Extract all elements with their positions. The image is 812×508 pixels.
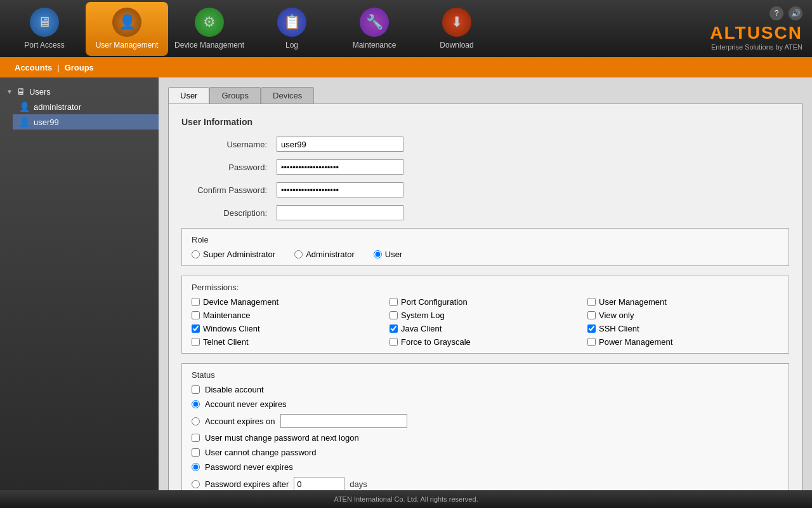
nav-download-label: Download (440, 41, 473, 50)
perm-java-client-label: Java Client (401, 324, 442, 333)
tab-devices[interactable]: Devices (261, 87, 314, 104)
port-access-icon: 🖥 (30, 8, 59, 37)
disable-account-checkbox[interactable] (192, 385, 200, 394)
tree-children: 👤 administrator 👤 user99 (0, 99, 159, 130)
perm-maintenance[interactable]: Maintenance (192, 311, 383, 320)
perm-telnet-client[interactable]: Telnet Client (192, 337, 383, 347)
disable-account-label: Disable account (205, 385, 264, 394)
perm-system-log[interactable]: System Log (390, 311, 581, 320)
permissions-section: Permissions: Device Management Port Conf… (181, 276, 789, 354)
tree-root-users[interactable]: ▼ 🖥 Users (0, 84, 159, 99)
help-icon[interactable]: ? (769, 6, 783, 20)
username-input[interactable] (277, 137, 403, 152)
pwd-expires-days-input[interactable] (294, 477, 344, 490)
description-label: Description: (181, 208, 277, 218)
sub-nav-accounts[interactable]: Accounts (10, 60, 57, 75)
nav-port-access[interactable]: 🖥 Port Access (3, 2, 86, 56)
role-user[interactable]: User (374, 250, 402, 259)
perm-java-client[interactable]: Java Client (390, 324, 581, 333)
perm-device-mgmt-label: Device Management (203, 297, 278, 307)
username-row: Username: (181, 137, 789, 152)
admin-user-icon: 👤 (19, 102, 30, 112)
perm-windows-client[interactable]: Windows Client (192, 324, 383, 333)
pwd-expires-after-radio[interactable] (192, 480, 200, 488)
maintenance-icon: 🔧 (360, 8, 389, 37)
cannot-change-pwd-checkbox[interactable] (192, 448, 200, 457)
status-options: Disable account Account never expires Ac… (192, 385, 779, 490)
perm-user-mgmt-label: User Management (599, 297, 667, 307)
description-row: Description: (181, 205, 789, 220)
perm-system-log-checkbox[interactable] (390, 311, 398, 319)
brand-sub: Enterprise Solutions by ATEN (711, 43, 802, 51)
nav-maintenance-label: Maintenance (353, 41, 396, 50)
perm-power-mgmt[interactable]: Power Management (587, 337, 779, 347)
audio-icon[interactable]: 🔊 (789, 6, 802, 20)
nav-port-access-label: Port Access (24, 41, 64, 50)
status-must-change-pwd-row: User must change password at next logon (192, 433, 779, 443)
role-admin-radio[interactable] (294, 250, 303, 258)
sub-nav-groups[interactable]: Groups (60, 60, 99, 75)
role-section: Role Super Administrator Administrator U… (181, 228, 789, 266)
log-icon: 📋 (277, 8, 306, 37)
username-label: Username: (181, 140, 277, 149)
perm-user-mgmt-checkbox[interactable] (587, 298, 596, 306)
tree-user99-label: user99 (34, 117, 59, 127)
tab-bar: User Groups Devices (168, 87, 802, 104)
perm-user-mgmt[interactable]: User Management (587, 297, 779, 307)
nav-download[interactable]: ⬇ Download (416, 2, 498, 56)
never-expires-radio[interactable] (192, 400, 200, 408)
tab-groups[interactable]: Groups (209, 87, 261, 104)
role-super-admin[interactable]: Super Administrator (192, 250, 275, 259)
role-user-label: User (385, 250, 402, 259)
perm-view-only-checkbox[interactable] (587, 311, 596, 319)
logo-area: ? 🔊 ALTUSCN Enterprise Solutions by ATEN (710, 6, 809, 51)
description-input[interactable] (277, 205, 403, 220)
perm-device-mgmt-checkbox[interactable] (192, 298, 200, 306)
expires-on-input[interactable] (280, 414, 407, 428)
user99-icon: 👤 (19, 117, 30, 127)
perm-maintenance-label: Maintenance (203, 311, 250, 320)
perm-port-config-label: Port Configuration (401, 297, 468, 307)
perm-power-mgmt-checkbox[interactable] (587, 338, 596, 346)
tree-item-user99[interactable]: 👤 user99 (13, 114, 159, 130)
pwd-expires-after-label: Password expires after (205, 479, 289, 489)
confirm-password-row: Confirm Password: (181, 182, 789, 197)
perm-telnet-client-checkbox[interactable] (192, 338, 200, 346)
tab-user[interactable]: User (168, 87, 209, 104)
confirm-password-input[interactable] (277, 182, 403, 197)
nav-user-management[interactable]: 👤 User Management (86, 2, 168, 56)
perm-device-mgmt[interactable]: Device Management (192, 297, 383, 307)
perm-maintenance-checkbox[interactable] (192, 311, 200, 319)
brand-name-highlight: N (789, 23, 802, 43)
perm-force-grayscale-label: Force to Grayscale (401, 337, 471, 347)
role-super-admin-radio[interactable] (192, 250, 200, 258)
role-admin[interactable]: Administrator (294, 250, 355, 259)
password-input[interactable] (277, 159, 403, 175)
expires-on-radio[interactable] (192, 417, 200, 425)
perm-force-grayscale[interactable]: Force to Grayscale (390, 337, 581, 347)
nav-log[interactable]: 📋 Log (251, 2, 333, 56)
nav-maintenance[interactable]: 🔧 Maintenance (333, 2, 416, 56)
section-title: User Information (181, 117, 789, 127)
password-row: Password: (181, 159, 789, 175)
perm-ssh-client-checkbox[interactable] (587, 324, 596, 333)
pwd-never-expires-radio[interactable] (192, 463, 200, 471)
status-disable-row: Disable account (192, 385, 779, 394)
perm-port-config[interactable]: Port Configuration (390, 297, 581, 307)
nav-device-management[interactable]: ⚙ Device Management (168, 2, 251, 56)
perm-power-mgmt-label: Power Management (599, 337, 672, 347)
role-user-radio[interactable] (374, 250, 382, 258)
perm-view-only[interactable]: View only (587, 311, 779, 320)
perm-ssh-client[interactable]: SSH Client (587, 324, 779, 333)
confirm-password-label: Confirm Password: (181, 185, 277, 195)
must-change-pwd-checkbox[interactable] (192, 434, 200, 442)
perm-ssh-client-label: SSH Client (599, 324, 639, 333)
tree-toggle-icon: ▼ (6, 88, 13, 95)
pwd-never-expires-label: Password never expires (205, 462, 293, 472)
perm-windows-client-checkbox[interactable] (192, 324, 200, 333)
perm-force-grayscale-checkbox[interactable] (390, 338, 398, 346)
perm-port-config-checkbox[interactable] (390, 298, 398, 306)
perm-java-client-checkbox[interactable] (390, 324, 398, 333)
role-admin-label: Administrator (306, 250, 355, 259)
tree-item-administrator[interactable]: 👤 administrator (13, 99, 159, 114)
